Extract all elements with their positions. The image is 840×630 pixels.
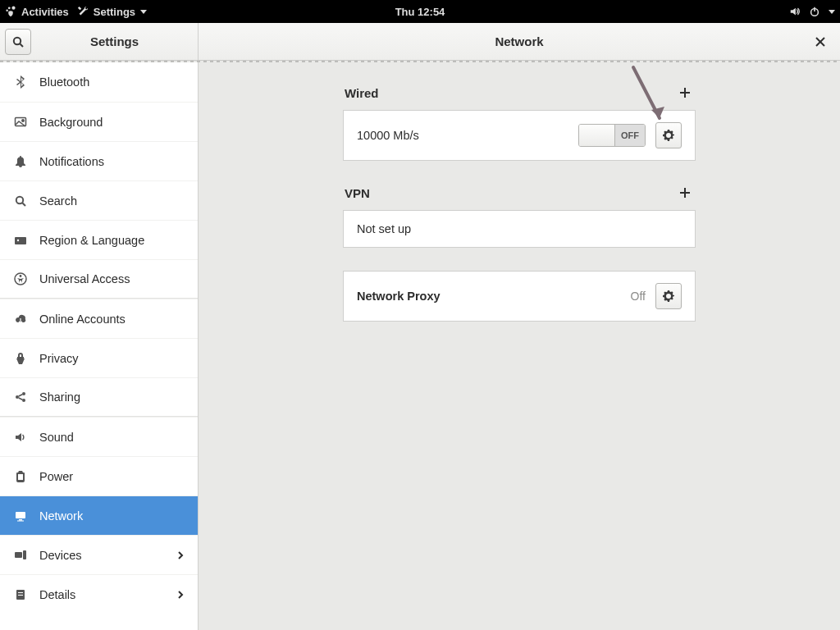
close-icon <box>815 36 826 48</box>
toggle-knob <box>579 125 615 146</box>
volume-icon[interactable] <box>789 6 801 17</box>
sidebar-item-universal-access[interactable]: Universal Access <box>0 259 198 299</box>
sidebar-item-bluetooth[interactable]: Bluetooth <box>0 62 198 102</box>
svg-rect-27 <box>18 595 23 596</box>
sidebar-item-label: Details <box>39 588 75 601</box>
svg-point-1 <box>8 7 11 9</box>
proxy-title: Network Proxy <box>357 290 441 303</box>
chevron-down-icon <box>140 10 147 14</box>
svg-point-2 <box>6 9 7 11</box>
svg-point-10 <box>22 119 24 121</box>
svg-rect-13 <box>15 237 26 244</box>
proxy-settings-button[interactable] <box>655 283 682 309</box>
svg-rect-26 <box>18 592 23 593</box>
proxy-status: Off <box>631 290 646 303</box>
sidebar-item-network[interactable]: Network <box>0 495 198 535</box>
app-menu-label: Settings <box>94 6 135 18</box>
wired-connection-row: 10000 Mb/s OFF <box>344 111 695 160</box>
svg-point-16 <box>20 275 22 277</box>
sidebar-item-label: Privacy <box>39 352 79 365</box>
svg-line-12 <box>22 203 25 206</box>
bell-icon <box>13 155 28 168</box>
sidebar-item-label: Online Accounts <box>39 313 126 326</box>
vpn-status: Not set up <box>357 222 411 235</box>
sidebar-item-label: Sharing <box>39 390 80 404</box>
svg-point-19 <box>22 399 25 402</box>
gear-icon <box>662 290 675 303</box>
sidebar-item-online-accounts[interactable]: Online Accounts <box>0 299 198 338</box>
svg-rect-24 <box>23 550 26 559</box>
sidebar-item-power[interactable]: Power <box>0 456 198 495</box>
system-menu-chevron-icon[interactable] <box>829 10 835 14</box>
svg-rect-23 <box>15 552 22 558</box>
search-icon <box>13 194 28 208</box>
devices-icon <box>13 549 28 562</box>
vpn-section: VPN Not set up <box>343 184 696 248</box>
add-wired-button[interactable] <box>676 84 694 102</box>
network-content: Wired 10000 Mb/s OFF <box>199 62 840 630</box>
vpn-title: VPN <box>345 186 370 200</box>
clock-label: Thu 12:54 <box>395 6 445 18</box>
plus-icon <box>679 87 691 98</box>
bluetooth-icon <box>13 75 28 89</box>
svg-point-11 <box>16 196 23 203</box>
sidebar-item-region-language[interactable]: Region & Language <box>0 220 198 259</box>
svg-point-18 <box>22 392 25 395</box>
svg-line-6 <box>20 43 23 47</box>
sidebar-item-details[interactable]: Details <box>0 574 198 614</box>
network-icon <box>13 509 28 523</box>
search-button[interactable] <box>5 29 31 55</box>
sidebar-item-label: Region & Language <box>39 234 144 247</box>
clock-button[interactable]: Thu 12:54 <box>395 6 445 18</box>
svg-rect-20 <box>16 512 25 518</box>
privacy-icon <box>13 352 28 365</box>
activities-button[interactable]: Activities <box>5 6 69 18</box>
chevron-right-icon <box>176 590 185 600</box>
gnome-top-panel: Activities Settings Thu 12:54 <box>0 0 840 23</box>
wired-toggle[interactable]: OFF <box>578 124 646 147</box>
wired-settings-button[interactable] <box>655 122 682 148</box>
sidebar-item-background[interactable]: Background <box>0 102 198 141</box>
headerbar: Settings Network <box>0 23 840 61</box>
sidebar-item-label: Notifications <box>39 155 104 168</box>
sidebar-title: Settings <box>31 34 198 48</box>
app-menu-button[interactable]: Settings <box>77 6 147 18</box>
sidebar-item-label: Power <box>39 470 73 483</box>
accessibility-icon <box>13 272 28 285</box>
cloud-icon <box>13 313 28 326</box>
sidebar-item-search[interactable]: Search <box>0 180 198 220</box>
gear-icon <box>662 129 675 142</box>
search-icon <box>11 35 25 48</box>
region-icon <box>13 234 28 247</box>
page-title: Network <box>495 34 543 48</box>
proxy-row[interactable]: Network Proxy Off <box>344 272 695 321</box>
sidebar-item-sharing[interactable]: Sharing <box>0 377 198 417</box>
settings-sidebar: BluetoothBackgroundNotificationsSearchRe… <box>0 62 199 630</box>
sidebar-item-sound[interactable]: Sound <box>0 417 198 456</box>
sidebar-item-privacy[interactable]: Privacy <box>0 338 198 377</box>
power-icon <box>13 470 28 483</box>
plus-icon <box>679 187 691 199</box>
sidebar-item-notifications[interactable]: Notifications <box>0 141 198 180</box>
vpn-status-row: Not set up <box>344 211 695 247</box>
svg-point-14 <box>17 239 19 240</box>
sound-icon <box>13 431 28 444</box>
sidebar-item-devices[interactable]: Devices <box>0 535 198 574</box>
svg-rect-21 <box>19 519 22 521</box>
wired-title: Wired <box>345 86 379 100</box>
svg-point-5 <box>14 37 21 43</box>
wired-speed: 10000 Mb/s <box>357 129 419 142</box>
toggle-label: OFF <box>615 125 645 146</box>
details-icon <box>13 588 28 601</box>
sidebar-item-label: Background <box>39 116 103 129</box>
power-icon[interactable] <box>809 6 820 17</box>
sidebar-item-label: Sound <box>39 431 74 444</box>
add-vpn-button[interactable] <box>676 184 694 202</box>
svg-point-17 <box>16 395 19 399</box>
close-button[interactable] <box>809 30 832 53</box>
settings-tools-icon <box>77 6 89 17</box>
sidebar-item-label: Universal Access <box>39 272 130 285</box>
sidebar-item-label: Devices <box>39 549 82 562</box>
proxy-section: Network Proxy Off <box>343 271 696 322</box>
share-icon <box>13 390 28 404</box>
